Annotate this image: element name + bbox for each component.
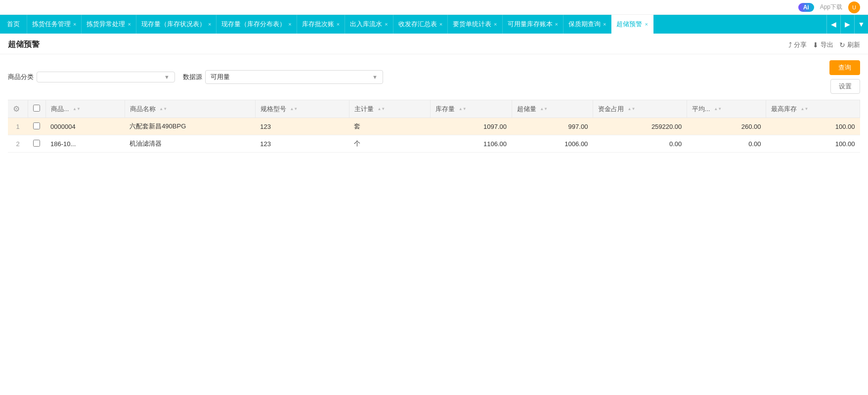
page-header: 超储预警 ⤴ 分享 ⬇ 导出 ↻ 刷新 [0,34,868,54]
gear-icon[interactable]: ⚙ [13,105,20,113]
cell-avg: 0.00 [687,135,766,153]
datasource-select[interactable]: 可用量 ▼ [205,70,383,84]
nav-tab-churuku[interactable]: 出入库流水 × [345,15,393,34]
nav-tab-yaohuodan[interactable]: 要货单统计表 × [448,15,502,34]
export-button[interactable]: ⬇ 导出 [813,40,833,49]
nav-tab-xiancunliang-kuanzhuang[interactable]: 现存量（库存状况表） × [136,15,217,34]
table-row: 2 186-10... 机油滤清器 123 个 1106.00 1006.00 … [8,135,860,153]
sort-icon: ▲▼ [290,107,298,111]
category-filter-group: 商品分类 ▼ [8,72,175,82]
close-icon[interactable]: × [128,21,130,27]
nav-home[interactable]: 首页 [0,15,27,34]
query-button[interactable]: 查询 [829,60,860,75]
cell-product-code: 0000004 [45,118,125,135]
settings-button[interactable]: 设置 [830,79,860,94]
col-overstock[interactable]: 超储量 ▲▼ [512,100,593,118]
col-product-code[interactable]: 商品... ▲▼ [45,100,125,118]
close-icon[interactable]: × [385,21,388,27]
app-download-link[interactable]: App下载 [820,3,842,11]
chevron-down-icon: ▼ [372,74,378,80]
close-icon[interactable]: × [603,21,606,27]
nav-tab-keyongliang[interactable]: 可用量库存账本 × [503,15,564,34]
nav-tab-baozhi[interactable]: 保质期查询 × [564,15,611,34]
nav-next-button[interactable]: ▶ [840,15,854,34]
cell-max-stock: 100.00 [766,118,860,135]
sort-icon: ▲▼ [159,107,167,111]
close-icon[interactable]: × [439,21,442,27]
row-num: 1 [8,118,28,135]
cell-product-name: 六配套新昌490BPG [125,118,255,135]
col-gear: ⚙ [8,100,28,118]
select-all-checkbox[interactable] [33,105,40,112]
nav-tab-pizhang[interactable]: 库存批次账 × [297,15,345,34]
cell-avg: 260.00 [687,118,766,135]
close-icon[interactable]: × [73,21,76,27]
nav-bar: 首页 拣货任务管理 × 拣货异常处理 × 现存量（库存状况表） × 现存量（库存… [0,15,868,34]
row-checkbox-cell [28,135,45,153]
cell-overstock: 997.00 [512,118,593,135]
col-avg[interactable]: 平均... ▲▼ [687,100,766,118]
cell-stock: 1106.00 [431,135,512,153]
nav-tab-xiancunliang-fenbiao[interactable]: 现存量（库存分布表） × [217,15,297,34]
cell-overstock: 1006.00 [512,135,593,153]
category-label: 商品分类 [8,73,34,81]
table-container: ⚙ 商品... ▲▼ 商品名称 ▲▼ 规格型号 ▲▼ [0,100,868,153]
close-icon[interactable]: × [645,21,648,27]
cell-unit: 套 [349,118,430,135]
share-button[interactable]: ⤴ 分享 [788,40,807,49]
table-row: 1 0000004 六配套新昌490BPG 123 套 1097.00 997.… [8,118,860,135]
cell-max-stock: 100.00 [766,135,860,153]
nav-tab-chaochuyujing[interactable]: 超储预警 × [611,15,653,34]
row-checkbox[interactable] [33,140,40,147]
share-icon: ⤴ [788,41,792,49]
top-bar: Ai App下载 U [0,0,868,15]
close-icon[interactable]: × [288,21,291,27]
nav-tab-jianhuorenwuguanli[interactable]: 拣货任务管理 × [27,15,82,34]
close-icon[interactable]: × [555,21,558,27]
col-product-name[interactable]: 商品名称 ▲▼ [125,100,255,118]
cell-unit: 个 [349,135,430,153]
filter-bar: 商品分类 ▼ 数据源 可用量 ▼ 查询 设置 [0,54,868,100]
page-content: 超储预警 ⤴ 分享 ⬇ 导出 ↻ 刷新 商品分类 ▼ 数据源 [0,34,868,395]
datasource-filter-group: 数据源 可用量 ▼ [183,70,383,84]
sort-icon: ▲▼ [377,107,385,111]
category-select[interactable]: ▼ [37,72,175,82]
close-icon[interactable]: × [337,21,340,27]
close-icon[interactable]: × [494,21,497,27]
sort-icon: ▲▼ [459,107,467,111]
nav-menu-button[interactable]: ▼ [854,15,868,34]
col-stock[interactable]: 库存量 ▲▼ [431,100,512,118]
datasource-select-value: 可用量 [211,73,230,81]
nav-prev-button[interactable]: ◀ [826,15,840,34]
filter-right-buttons: 查询 设置 [829,60,860,94]
col-capital[interactable]: 资金占用 ▲▼ [593,100,687,118]
datasource-label: 数据源 [183,73,202,81]
col-checkbox [28,100,45,118]
col-unit[interactable]: 主计量 ▲▼ [349,100,430,118]
sort-icon: ▲▼ [714,107,722,111]
header-actions: ⤴ 分享 ⬇ 导出 ↻ 刷新 [788,40,860,49]
cell-product-name: 机油滤清器 [125,135,255,153]
cell-stock: 1097.00 [431,118,512,135]
ai-badge[interactable]: Ai [798,3,814,12]
avatar[interactable]: U [848,1,860,13]
close-icon[interactable]: × [208,21,211,27]
sort-icon: ▲▼ [627,107,635,111]
chevron-down-icon: ▼ [164,74,170,80]
sort-icon: ▲▼ [801,107,809,111]
nav-tab-shoufacun[interactable]: 收发存汇总表 × [393,15,448,34]
data-table: ⚙ 商品... ▲▼ 商品名称 ▲▼ 规格型号 ▲▼ [8,100,860,153]
refresh-button[interactable]: ↻ 刷新 [839,40,860,49]
sort-icon: ▲▼ [73,107,81,111]
cell-product-code: 186-10... [45,135,125,153]
col-max-stock[interactable]: 最高库存 ▲▼ [766,100,860,118]
nav-tab-jianhuo-yichang[interactable]: 拣货异常处理 × [82,15,136,34]
cell-spec: 123 [255,135,349,153]
refresh-icon: ↻ [839,41,845,49]
cell-capital: 259220.00 [593,118,687,135]
row-checkbox[interactable] [33,122,40,129]
col-spec[interactable]: 规格型号 ▲▼ [255,100,349,118]
table-body: 1 0000004 六配套新昌490BPG 123 套 1097.00 997.… [8,118,860,153]
cell-spec: 123 [255,118,349,135]
sort-icon: ▲▼ [540,107,548,111]
